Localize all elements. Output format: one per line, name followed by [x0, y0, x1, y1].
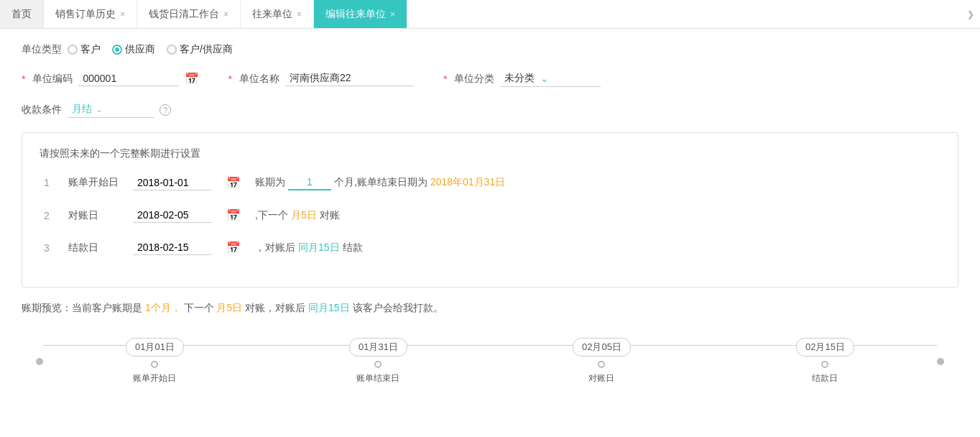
tab-cashflow[interactable]: 钱货日清工作台 × [137, 0, 241, 28]
preview-part2: 下一个 [184, 302, 214, 313]
unit-class-value: 未分类 [504, 72, 535, 85]
timeline-badge-2: 01月31日 [349, 338, 407, 356]
tab-edit-partner-label: 编辑往来单位 [325, 8, 386, 21]
timeline-dot-4 [821, 361, 828, 368]
radio-supplier[interactable]: 供应商 [112, 43, 155, 56]
row-2-desc-prefix: ,下一个 [255, 209, 288, 222]
radio-both-circle [167, 45, 177, 55]
payment-date-input[interactable] [133, 240, 212, 255]
section-title: 请按照未来的一个完整帐期进行设置 [40, 147, 940, 160]
period-section: 请按照未来的一个完整帐期进行设置 1 账单开始日 📅 账期为 个月,账单结束日期… [22, 132, 958, 288]
unit-name-group: * 单位名称 [228, 71, 414, 86]
tab-cashflow-close[interactable]: × [223, 10, 228, 19]
unit-info-row: * 单位编码 📅 * 单位名称 * 单位分类 未分类 ⌄ [22, 70, 958, 87]
timeline-point-1: 01月01日 账单开始日 [126, 338, 184, 385]
timeline-end-dot [937, 358, 944, 365]
unit-code-group: * 单位编码 📅 [22, 71, 199, 86]
unit-type-label: 单位类型 [22, 43, 62, 56]
timeline-point-3: 02月05日 对账日 [573, 338, 631, 385]
tab-partners[interactable]: 往来单位 × [241, 0, 314, 28]
reconcile-date-calendar-icon[interactable]: 📅 [226, 208, 241, 222]
unit-code-required: * [22, 73, 25, 85]
preview-part1: 1个月， [145, 302, 181, 313]
payment-group: 收款条件 月结 ⌄ ? [22, 101, 171, 118]
tabs-bar: 首页 销售订单历史 × 钱货日清工作台 × 往来单位 × 编辑往来单位 × ❯ [0, 0, 980, 29]
start-date-input[interactable] [133, 175, 212, 190]
row-field-3: 结款日 [68, 242, 119, 254]
unit-name-label: 单位名称 [239, 73, 279, 86]
radio-both[interactable]: 客户/供应商 [167, 43, 233, 56]
unit-code-label: 单位编码 [32, 73, 73, 86]
tab-edit-partner-close[interactable]: × [390, 10, 395, 19]
radio-supplier-label: 供应商 [125, 43, 155, 56]
unit-code-calendar-icon[interactable]: 📅 [185, 72, 199, 86]
start-date-calendar-icon[interactable]: 📅 [226, 176, 241, 190]
radio-customer-circle [68, 45, 78, 55]
unit-name-input[interactable] [285, 71, 415, 86]
tab-home[interactable]: 首页 [0, 0, 44, 28]
unit-class-required: * [443, 73, 447, 85]
tab-sales-history[interactable]: 销售订单历史 × [44, 0, 137, 28]
row-3-desc-suffix: 结款 [343, 242, 363, 254]
tab-sales-history-label: 销售订单历史 [55, 8, 116, 21]
timeline-badge-4: 02月15日 [796, 338, 854, 356]
preview-part3: 对账，对账后 [245, 302, 305, 313]
payment-date-calendar-icon[interactable]: 📅 [226, 241, 241, 254]
unit-type-group: 单位类型 客户 供应商 客户/供应商 [22, 43, 233, 56]
payment-label: 收款条件 [22, 104, 62, 116]
row-field-1: 账单开始日 [68, 176, 119, 189]
reconcile-date-input[interactable] [133, 208, 212, 223]
period-input[interactable] [288, 175, 331, 190]
row-3-desc-prefix: ，对账后 [255, 242, 295, 254]
row-1-desc-suffix: 个月,账单结束日期为 [334, 176, 427, 189]
row-num-3: 3 [40, 242, 54, 254]
row-1-desc-prefix: 账期为 [255, 176, 285, 189]
radio-supplier-circle [112, 45, 122, 55]
unit-name-required: * [228, 73, 231, 85]
preview-part3-teal: 同月15日 [308, 302, 350, 313]
detail-row-1: 1 账单开始日 📅 账期为 个月,账单结束日期为 2018年01月31日 [40, 175, 940, 190]
timeline-label-3: 对账日 [588, 372, 614, 385]
row-1-highlight: 2018年01月31日 [430, 176, 505, 189]
timeline-badge-1: 01月01日 [126, 338, 184, 356]
timeline-point-2: 01月31日 账单结束日 [349, 338, 407, 385]
tab-scroll-arrow[interactable]: ❯ [961, 9, 980, 19]
unit-class-dropdown[interactable]: 未分类 ⌄ [500, 70, 601, 87]
timeline-point-4: 02月15日 结款日 [796, 338, 854, 385]
timeline-label-2: 账单结束日 [356, 372, 399, 385]
radio-customer-label: 客户 [80, 43, 101, 56]
timeline-dot-2 [374, 361, 382, 368]
tab-cashflow-label: 钱货日清工作台 [149, 8, 219, 21]
detail-row-2: 2 对账日 📅 ,下一个 月5日 对账 [40, 208, 940, 223]
payment-row: 收款条件 月结 ⌄ ? [22, 101, 958, 118]
timeline-points: 01月01日 账单开始日 01月31日 账单结束日 02月05日 对账日 02月… [43, 338, 937, 385]
main-content: 单位类型 客户 供应商 客户/供应商 * 单位编码 [0, 29, 980, 437]
payment-value: 月结 [72, 103, 92, 116]
preview-label: 账期预览：当前客户账期是 [22, 302, 142, 313]
row-3-desc: ，对账后 同月15日 结款 [255, 242, 363, 254]
tab-edit-partner[interactable]: 编辑往来单位 × [314, 0, 407, 28]
timeline-label-4: 结款日 [812, 372, 838, 385]
unit-class-chevron-icon: ⌄ [540, 73, 549, 84]
payment-select[interactable]: 月结 ⌄ [68, 101, 154, 118]
row-2-desc: ,下一个 月5日 对账 [255, 209, 340, 222]
preview-part4: 该客户会给我打款。 [353, 302, 443, 313]
tab-sales-history-close[interactable]: × [120, 10, 125, 19]
preview-text: 账期预览：当前客户账期是 1个月， 下一个 月5日 对账，对账后 同月15日 该… [22, 302, 958, 315]
row-2-desc-suffix: 对账 [320, 209, 340, 222]
tab-partners-close[interactable]: × [297, 10, 302, 19]
row-num-1: 1 [40, 177, 54, 188]
row-field-2: 对账日 [68, 209, 119, 222]
radio-customer[interactable]: 客户 [68, 43, 101, 56]
detail-row-3: 3 结款日 📅 ，对账后 同月15日 结款 [40, 240, 940, 255]
payment-help-icon[interactable]: ? [160, 104, 171, 116]
unit-class-group: * 单位分类 未分类 ⌄ [443, 70, 601, 87]
timeline-label-1: 账单开始日 [133, 372, 176, 385]
row-2-highlight: 月5日 [291, 209, 317, 222]
unit-code-input[interactable] [78, 71, 179, 86]
row-num-2: 2 [40, 210, 54, 221]
row-1-desc: 账期为 个月,账单结束日期为 2018年01月31日 [255, 175, 505, 190]
tab-home-label: 首页 [11, 8, 32, 21]
timeline-dot-1 [151, 361, 158, 368]
row-3-highlight: 同月15日 [298, 242, 340, 254]
